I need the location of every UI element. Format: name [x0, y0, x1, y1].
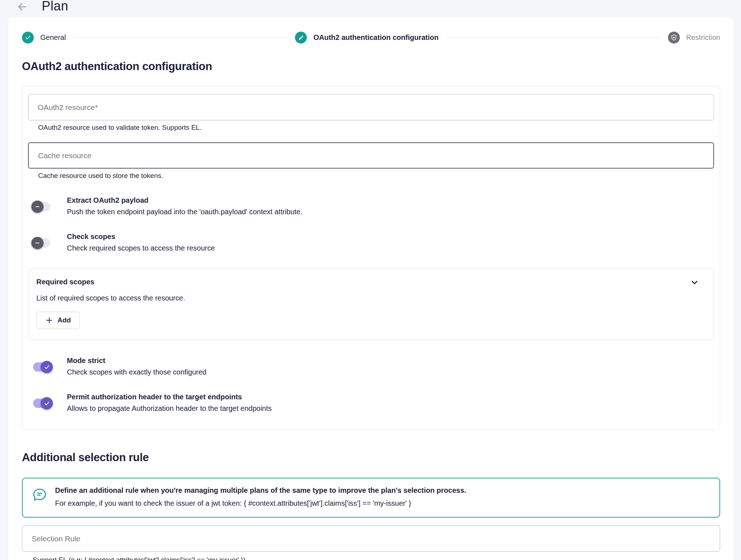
step-circle-active [295, 32, 307, 43]
toggle-label: Permit authorization header to the targe… [67, 393, 272, 401]
step-label-restriction: Restriction [686, 33, 720, 42]
stepper-connector [446, 37, 660, 38]
step-label-oauth2: OAuth2 authentication configuration [313, 33, 438, 42]
selection-rule-field-wrap: Support EL (e.g: { #context.attributes['… [22, 525, 720, 560]
toggle-label: Extract OAuth2 payload [67, 196, 303, 205]
selection-rule-info-banner: Define an additional rule when you're ma… [22, 478, 720, 518]
selection-rule-hint: Support EL (e.g: { #context.attributes['… [33, 556, 720, 560]
step-label-general: General [40, 33, 66, 42]
toggle-thumb [41, 361, 53, 373]
oauth2-section-title: OAuth2 authentication configuration [22, 60, 720, 73]
check-icon [44, 364, 50, 370]
check-icon [25, 35, 31, 41]
stepper-step-oauth2[interactable]: OAuth2 authentication configuration [295, 32, 438, 43]
toggle-text: Mode strict Check scopes with exactly th… [67, 357, 206, 376]
selection-rule-section-title: Additional selection rule [22, 451, 720, 464]
toggle-row-check-scopes: Check scopes Check required scopes to ac… [33, 233, 714, 252]
oauth2-resource-hint: OAuth2 resource used to validate token. … [38, 124, 714, 132]
toggle-label: Mode strict [67, 357, 206, 365]
permit-auth-header-toggle[interactable] [33, 399, 51, 408]
toggle-description: Allows to propagate Authorization header… [67, 404, 272, 413]
shield-icon [670, 34, 677, 41]
toggle-row-mode-strict: Mode strict Check scopes with exactly th… [33, 357, 714, 376]
plan-wizard-card: General OAuth2 authentication configurat… [8, 17, 734, 560]
toggle-description: Check scopes with exactly those configur… [67, 368, 206, 376]
toggle-description: Check required scopes to access the reso… [67, 244, 215, 252]
check-icon [44, 400, 50, 407]
step-circle-pending [668, 32, 680, 43]
mode-strict-toggle[interactable] [33, 362, 51, 372]
toggle-thumb [31, 237, 44, 249]
oauth2-resource-input[interactable] [28, 94, 714, 120]
stepper-connector [73, 37, 288, 38]
back-button[interactable] [16, 0, 29, 13]
chat-bubble-icon [32, 487, 47, 502]
toggle-thumb [31, 201, 44, 213]
cache-resource-hint: Cache resource used to store the tokens. [38, 172, 714, 180]
collapse-panel-button[interactable] [690, 278, 699, 289]
chevron-down-icon [690, 278, 699, 287]
stepper-step-restriction[interactable]: Restriction [668, 32, 720, 43]
toggle-text: Extract OAuth2 payload Push the token en… [67, 196, 303, 216]
page-header: Plan [0, 0, 741, 17]
toggle-row-extract-payload: Extract OAuth2 payload Push the token en… [33, 196, 714, 216]
required-scopes-title: Required scopes [36, 278, 706, 286]
pencil-icon [298, 35, 304, 41]
banner-text: Define an additional rule when you're ma… [55, 486, 466, 508]
add-scope-button[interactable]: Add [36, 312, 80, 329]
minus-icon [35, 204, 40, 210]
stepper-step-general[interactable]: General [22, 32, 66, 43]
cache-resource-input[interactable] [28, 142, 714, 169]
required-scopes-description: List of required scopes to access the re… [36, 294, 706, 302]
banner-line-1: Define an additional rule when you're ma… [55, 486, 466, 495]
toggle-thumb [41, 397, 53, 409]
toggle-row-permit-auth-header: Permit authorization header to the targe… [33, 393, 714, 413]
toggle-description: Push the token endpoint payload into the… [67, 208, 303, 216]
oauth2-form-card: OAuth2 resource used to validate token. … [22, 86, 720, 430]
toggle-text: Check scopes Check required scopes to ac… [67, 233, 215, 252]
arrow-left-icon [17, 1, 28, 12]
banner-line-2: For example, if you want to check the is… [55, 499, 466, 508]
selection-rule-input[interactable] [22, 525, 720, 552]
check-scopes-toggle[interactable] [33, 238, 51, 248]
page-title: Plan [42, 0, 68, 14]
plus-icon [45, 316, 53, 324]
required-scopes-panel: Required scopes List of required scopes … [28, 268, 714, 340]
stepper: General OAuth2 authentication configurat… [22, 17, 720, 43]
toggle-label: Check scopes [67, 233, 215, 241]
step-circle-done [22, 32, 34, 43]
add-scope-label: Add [58, 316, 71, 324]
toggle-text: Permit authorization header to the targe… [67, 393, 272, 413]
extract-payload-toggle[interactable] [33, 202, 51, 212]
minus-icon [35, 240, 40, 246]
